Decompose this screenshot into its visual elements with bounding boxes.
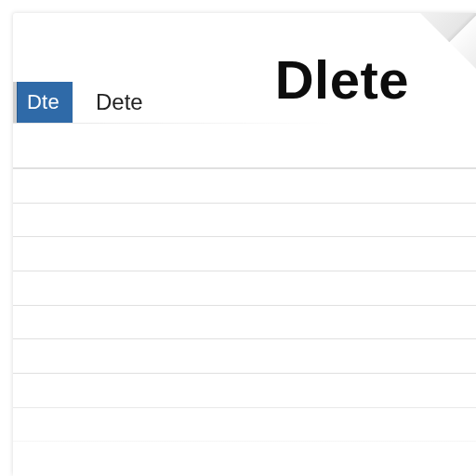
ruled-line xyxy=(13,408,476,443)
ruled-line xyxy=(13,374,476,408)
ruled-line xyxy=(13,339,476,374)
ruled-lines xyxy=(13,167,476,476)
tab-second-label: Dete xyxy=(96,89,143,115)
ruled-line xyxy=(13,204,476,238)
document-sheet: Dlete Dte Dete xyxy=(13,13,476,476)
ruled-line xyxy=(13,306,476,340)
ruled-line xyxy=(13,169,476,204)
tab-active-label: Dte xyxy=(27,90,60,114)
tab-second[interactable]: Dete xyxy=(73,82,165,123)
tab-rest xyxy=(165,82,476,123)
tab-bar: Dte Dete xyxy=(13,82,476,123)
ruled-line xyxy=(13,237,476,271)
ruled-line xyxy=(13,271,476,306)
tab-divider xyxy=(13,123,476,124)
ruled-line xyxy=(13,442,476,476)
tab-active[interactable]: Dte xyxy=(17,82,73,123)
page-fold-icon xyxy=(420,13,476,71)
